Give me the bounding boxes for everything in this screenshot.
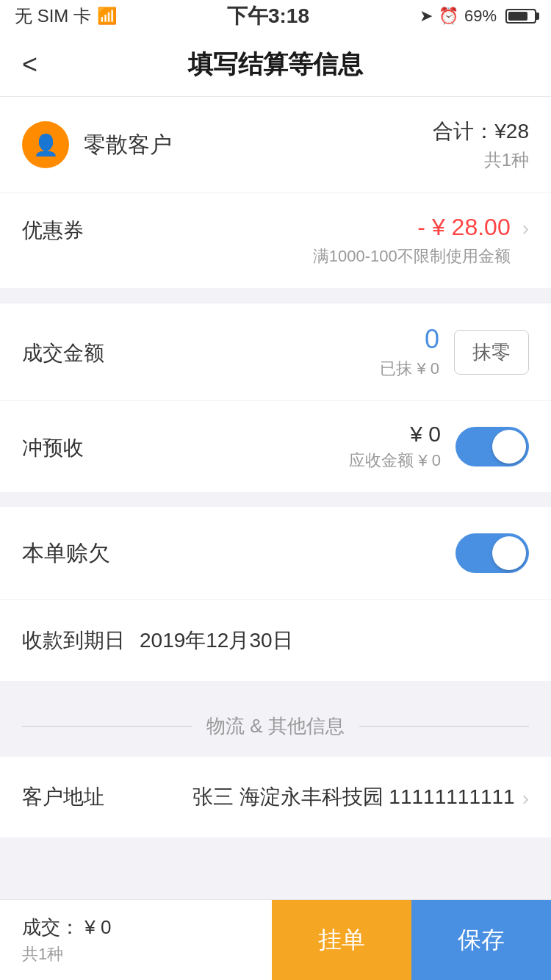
deal-amount-row: 成交金额 0 已抹 ¥ 0 抹零 [0, 303, 551, 400]
customer-count: 共1种 [433, 148, 529, 172]
alarm-icon: ⏰ [439, 7, 458, 26]
section-gap-4 [0, 837, 551, 852]
bottom-deal: 成交： ¥ 0 [22, 915, 250, 940]
deal-value-col: 0 已抹 ¥ 0 [380, 324, 439, 380]
coupon-value: - ¥ 28.00 [313, 214, 511, 241]
customer-section: 👤 零散客户 合计：¥28 共1种 优惠券 - ¥ 28.00 满1000-10… [0, 97, 551, 288]
customer-right: 合计：¥28 共1种 [433, 118, 529, 172]
address-section: 客户地址 张三 海淀永丰科技园 11111111111 › [0, 757, 551, 837]
section-gap-2 [0, 492, 551, 507]
bottom-count: 共1种 [22, 943, 250, 965]
status-right: ➤ ⏰ 69% [419, 7, 536, 26]
section-gap-7 [0, 882, 551, 896]
coupon-desc: 满1000-100不限制使用金额 [313, 245, 511, 267]
logistics-divider-text: 物流 & 其他信息 [206, 713, 345, 739]
coupon-row[interactable]: 优惠券 - ¥ 28.00 满1000-100不限制使用金额 › [0, 192, 551, 288]
wifi-icon: 📶 [97, 7, 117, 26]
deal-amount-label: 成交金额 [22, 336, 104, 367]
back-button[interactable]: < [22, 49, 37, 80]
bottom-deal-label: 成交： [22, 916, 79, 938]
section-gap-1 [0, 288, 551, 303]
coupon-label: 优惠券 [22, 214, 84, 245]
chevron-right-icon: › [522, 217, 529, 240]
status-left: 无 SIM 卡 📶 [15, 4, 117, 28]
save-button[interactable]: 保存 [411, 900, 551, 981]
address-right: 张三 海淀永丰科技园 11111111111 › [192, 783, 529, 811]
battery-icon [505, 9, 536, 24]
page-title: 填写结算等信息 [188, 48, 363, 82]
hold-button[interactable]: 挂单 [272, 900, 411, 981]
bottom-deal-value: ¥ 0 [84, 916, 111, 938]
prepay-value-col: ¥ 0 应收金额 ¥ 0 [349, 422, 441, 472]
location-icon: ➤ [419, 7, 433, 26]
section-gap-3 [0, 681, 551, 696]
deal-amount-section: 成交金额 0 已抹 ¥ 0 抹零 冲预收 ¥ 0 应收金额 ¥ 0 [0, 303, 551, 492]
coupon-value-col: - ¥ 28.00 满1000-100不限制使用金额 [313, 214, 511, 267]
divider-line-left [22, 726, 192, 727]
prepay-sub: 应收金额 ¥ 0 [349, 450, 441, 472]
customer-left: 👤 零散客户 [22, 121, 172, 168]
section-gap-5 [0, 852, 551, 867]
status-bar: 无 SIM 卡 📶 下午3:18 ➤ ⏰ 69% [0, 0, 551, 32]
due-date-row: 收款到期日 2019年12月30日 [0, 599, 551, 681]
status-time: 下午3:18 [227, 2, 309, 30]
due-date-label: 收款到期日 [22, 627, 125, 655]
prepay-toggle[interactable] [455, 427, 529, 466]
address-row[interactable]: 客户地址 张三 海淀永丰科技园 11111111111 › [0, 757, 551, 837]
nav-bar: < 填写结算等信息 [0, 32, 551, 97]
credit-label: 本单赊欠 [22, 538, 110, 569]
address-value: 张三 海淀永丰科技园 11111111111 [192, 783, 515, 811]
logistics-divider: 物流 & 其他信息 [0, 696, 551, 757]
battery-percent: 69% [464, 7, 497, 26]
avatar: 👤 [22, 121, 69, 168]
address-chevron-icon: › [522, 787, 529, 810]
content: 👤 零散客户 合计：¥28 共1种 优惠券 - ¥ 28.00 满1000-10… [0, 97, 551, 980]
avatar-icon: 👤 [33, 133, 59, 157]
prepay-right: ¥ 0 应收金额 ¥ 0 [349, 422, 529, 472]
credit-row: 本单赊欠 [0, 507, 551, 599]
deal-amount-value: 0 [380, 324, 439, 355]
due-date-value: 2019年12月30日 [140, 627, 293, 655]
customer-total: 合计：¥28 [433, 118, 529, 145]
section-gap-6 [0, 867, 551, 882]
divider-line-right [359, 726, 529, 727]
toggle-knob [492, 430, 526, 464]
credit-toggle[interactable] [455, 533, 529, 573]
bottom-bar: 成交： ¥ 0 共1种 挂单 保存 [0, 899, 551, 980]
address-label: 客户地址 [22, 783, 104, 811]
deal-amount-sub: 已抹 ¥ 0 [380, 358, 439, 380]
sim-label: 无 SIM 卡 [15, 4, 91, 28]
bottom-info: 成交： ¥ 0 共1种 [0, 915, 272, 965]
prepay-value: ¥ 0 [349, 422, 441, 447]
customer-name: 零散客户 [84, 130, 172, 160]
round-zero-button[interactable]: 抹零 [454, 330, 529, 375]
prepay-row: 冲预收 ¥ 0 应收金额 ¥ 0 [0, 400, 551, 492]
customer-row: 👤 零散客户 合计：¥28 共1种 [0, 97, 551, 192]
credit-section: 本单赊欠 收款到期日 2019年12月30日 [0, 507, 551, 681]
credit-toggle-knob [492, 536, 526, 570]
deal-right: 0 已抹 ¥ 0 抹零 [380, 324, 529, 380]
prepay-label: 冲预收 [22, 431, 84, 462]
coupon-right: - ¥ 28.00 满1000-100不限制使用金额 › [313, 214, 529, 267]
